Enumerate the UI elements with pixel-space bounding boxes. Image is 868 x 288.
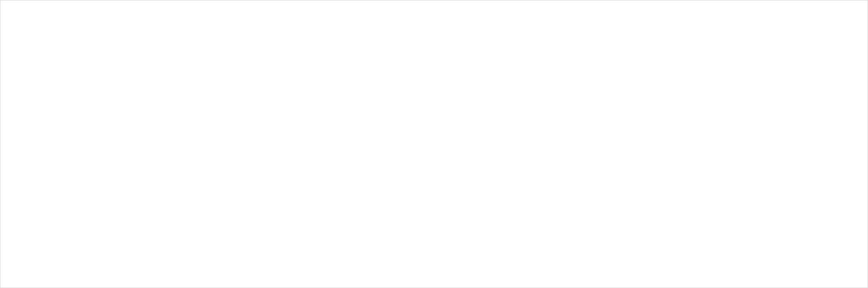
spreadsheet bbox=[0, 0, 868, 288]
